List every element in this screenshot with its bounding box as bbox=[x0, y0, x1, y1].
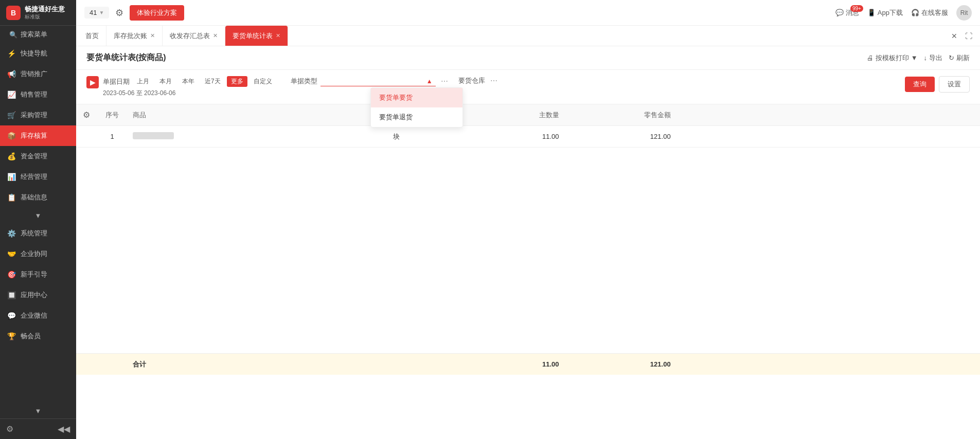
row-product bbox=[128, 132, 341, 141]
tab-close-icon[interactable]: ✕ bbox=[150, 32, 155, 39]
sidebar-label: 系统管理 bbox=[21, 229, 47, 238]
export-icon: ↓ bbox=[924, 54, 928, 62]
more-dates-btn[interactable]: 更多 bbox=[227, 76, 247, 87]
messages-btn[interactable]: 💬 消息 99+ bbox=[835, 8, 859, 17]
sales-icon: 📈 bbox=[6, 89, 16, 100]
row-amount: 121.00 bbox=[564, 133, 676, 140]
this-month-btn[interactable]: 本月 bbox=[155, 76, 176, 87]
tab-close-icon[interactable]: ✕ bbox=[276, 32, 280, 39]
type-select-arrow-icon[interactable]: ▲ bbox=[426, 78, 433, 85]
sidebar-label: 销售管理 bbox=[21, 90, 47, 99]
date-range-display: 2023-05-06 至 2023-06-06 bbox=[103, 89, 276, 98]
sidebar-item-inventory[interactable]: 📦 库存核算 bbox=[0, 125, 76, 146]
search-label: 搜索菜单 bbox=[21, 30, 47, 39]
sidebar-label: 企业协同 bbox=[21, 249, 47, 259]
topbar: 41 ▼ ⚙ 体验行业方案 💬 消息 99+ 📱 App下载 🎧 在线客服 Ri… bbox=[76, 0, 980, 26]
col-header-quantity: 主数量 bbox=[452, 111, 564, 120]
sidebar-item-wechat[interactable]: 💬 企业微信 bbox=[0, 305, 76, 326]
sidebar-item-app-center[interactable]: 🔲 应用中心 bbox=[0, 285, 76, 305]
type-select-input[interactable] bbox=[324, 77, 426, 85]
inventory-icon: 📦 bbox=[6, 131, 16, 141]
sidebar: B 畅捷通好生意 标准版 🔍 搜索菜单 ⚡ 快捷导航 📢 营销推广 📈 销售管理… bbox=[0, 0, 76, 439]
sidebar-item-member[interactable]: 🏆 畅会员 bbox=[0, 326, 76, 346]
tab-home[interactable]: 首页 bbox=[81, 26, 106, 46]
messages-badge: 99+ bbox=[850, 5, 863, 12]
table-container: ⚙ 序号 商品 主计量单位 主数量 零售金额 1 块 11.00 bbox=[76, 104, 980, 375]
sidebar-item-guide[interactable]: 🎯 新手引导 bbox=[0, 264, 76, 285]
page-actions: 🖨 按模板打印 ▼ ↓ 导出 ↻ 刷新 bbox=[867, 53, 970, 63]
sidebar-label: 经营管理 bbox=[21, 172, 47, 181]
sidebar-nav: ⚡ 快捷导航 📢 营销推广 📈 销售管理 🛒 采购管理 📦 库存核算 💰 资金管… bbox=[0, 43, 76, 403]
sidebar-label: 快捷导航 bbox=[21, 49, 47, 58]
sidebar-search[interactable]: 🔍 搜索菜单 bbox=[0, 26, 76, 43]
tab-close-icon[interactable]: ✕ bbox=[213, 32, 218, 39]
type-dropdown-menu: 要货单要货 要货单退货 bbox=[370, 87, 463, 127]
page-container: 要货单统计表(按商品) 🖨 按模板打印 ▼ ↓ 导出 ↻ 刷新 bbox=[76, 46, 980, 439]
warehouse-more-icon[interactable]: ⋯ bbox=[490, 77, 497, 85]
print-btn[interactable]: 🖨 按模板打印 ▼ bbox=[867, 53, 918, 63]
tabs-close-all-btn[interactable]: ✕ bbox=[948, 30, 960, 42]
topbar-right: 💬 消息 99+ 📱 App下载 🎧 在线客服 Rit bbox=[835, 5, 972, 21]
sidebar-scroll-down[interactable]: ▼ bbox=[0, 208, 76, 223]
marketing-icon: 📢 bbox=[6, 69, 16, 79]
app-download-btn[interactable]: 📱 App下载 bbox=[867, 8, 903, 17]
collapse-icon[interactable]: ◀◀ bbox=[58, 424, 70, 434]
date-label: 单据日期 bbox=[103, 77, 130, 86]
sidebar-scroll-bottom[interactable]: ▼ bbox=[0, 403, 76, 418]
system-icon: ⚙️ bbox=[6, 228, 16, 239]
dropdown-item-goods-order[interactable]: 要货单要货 bbox=[371, 88, 462, 107]
filter-settings-btn[interactable]: 设置 bbox=[939, 76, 970, 93]
sidebar-label: 采购管理 bbox=[21, 111, 47, 120]
tab-inventory-batch[interactable]: 库存批次账 ✕ bbox=[106, 26, 163, 46]
table-settings-icon[interactable]: ⚙ bbox=[83, 111, 90, 119]
date-filter-group: 单据日期 上月 本月 本年 近7天 更多 自定义 2023-05-06 至 20… bbox=[103, 76, 276, 98]
sidebar-label: 库存核算 bbox=[21, 131, 47, 140]
last-7-days-btn[interactable]: 近7天 bbox=[201, 76, 225, 87]
sidebar-item-sales[interactable]: 📈 销售管理 bbox=[0, 84, 76, 105]
page-title: 要货单统计表(按商品) bbox=[86, 52, 166, 63]
tab-receivable-summary[interactable]: 收发存汇总表 ✕ bbox=[163, 26, 225, 46]
tabs-expand-btn[interactable]: ⛶ bbox=[963, 30, 975, 42]
custom-date-btn[interactable]: 自定义 bbox=[250, 76, 276, 87]
tab-goods-statistics[interactable]: 要货单统计表 ✕ bbox=[225, 26, 288, 46]
type-select-wrapper[interactable]: ▲ bbox=[320, 76, 436, 86]
export-btn[interactable]: ↓ 导出 bbox=[924, 53, 943, 63]
sidebar-item-finance[interactable]: 💰 资金管理 bbox=[0, 146, 76, 167]
sidebar-item-marketing[interactable]: 📢 营销推广 bbox=[0, 64, 76, 84]
table-row: 1 块 11.00 121.00 bbox=[76, 126, 980, 148]
topbar-settings-icon[interactable]: ⚙ bbox=[115, 7, 123, 19]
filter-expand-btn[interactable]: ▶ bbox=[86, 76, 99, 88]
dropdown-item-goods-return[interactable]: 要货单退货 bbox=[371, 107, 462, 127]
enterprise-icon: 🤝 bbox=[6, 249, 16, 259]
footer-amount: 121.00 bbox=[564, 360, 676, 368]
sidebar-item-purchase[interactable]: 🛒 采购管理 bbox=[0, 105, 76, 125]
this-year-btn[interactable]: 本年 bbox=[178, 76, 199, 87]
settings-icon[interactable]: ⚙ bbox=[6, 424, 13, 434]
account-selector[interactable]: 41 ▼ bbox=[84, 7, 109, 19]
sidebar-item-enterprise[interactable]: 🤝 企业协同 bbox=[0, 244, 76, 264]
sidebar-item-system[interactable]: ⚙️ 系统管理 bbox=[0, 223, 76, 244]
sidebar-item-quick-nav[interactable]: ⚡ 快捷导航 bbox=[0, 43, 76, 64]
finance-icon: 💰 bbox=[6, 151, 16, 161]
footer-label: 合计 bbox=[128, 360, 341, 369]
operations-icon: 📊 bbox=[6, 172, 16, 182]
online-service-btn[interactable]: 🎧 在线客服 bbox=[911, 8, 948, 17]
sidebar-label: 企业微信 bbox=[21, 311, 47, 320]
sidebar-item-base-info[interactable]: 📋 基础信息 bbox=[0, 187, 76, 208]
brand-name: 畅捷通好生意 bbox=[25, 5, 65, 14]
tabs-right-controls: ✕ ⛶ bbox=[948, 30, 975, 42]
refresh-btn[interactable]: ↻ 刷新 bbox=[949, 53, 970, 63]
sidebar-item-operations[interactable]: 📊 经营管理 bbox=[0, 167, 76, 187]
table-header: ⚙ 序号 商品 主计量单位 主数量 零售金额 bbox=[76, 104, 980, 126]
trial-btn[interactable]: 体验行业方案 bbox=[130, 5, 184, 21]
row-idx: 1 bbox=[97, 133, 128, 140]
user-avatar[interactable]: Rit bbox=[956, 5, 972, 21]
tab-label: 收发存汇总表 bbox=[170, 31, 210, 41]
tab-label: 要货单统计表 bbox=[233, 31, 273, 41]
tabs-bar: 首页 库存批次账 ✕ 收发存汇总表 ✕ 要货单统计表 ✕ ✕ ⛶ bbox=[76, 26, 980, 46]
sidebar-label: 营销推广 bbox=[21, 69, 47, 79]
sidebar-label: 新手引导 bbox=[21, 270, 47, 279]
type-select-more-icon[interactable]: ⋯ bbox=[441, 77, 448, 85]
query-btn[interactable]: 查询 bbox=[905, 77, 935, 92]
last-month-btn[interactable]: 上月 bbox=[133, 76, 153, 87]
